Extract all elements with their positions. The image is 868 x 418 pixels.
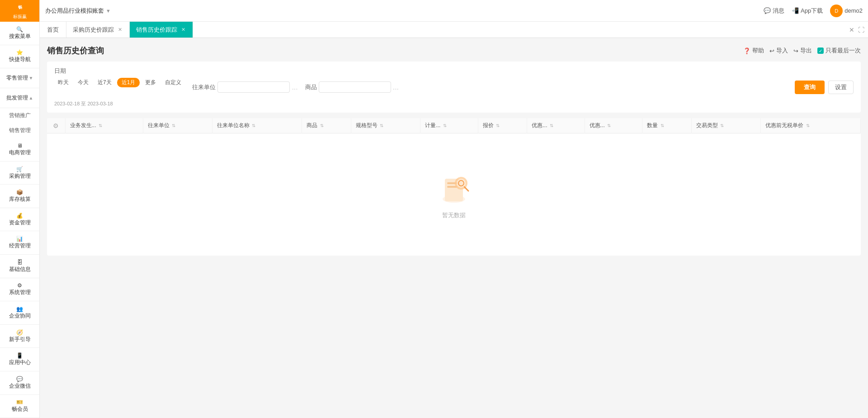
table-settings-icon[interactable]: ⚙ <box>53 122 59 129</box>
th-quote[interactable]: 报价 ⇅ <box>478 118 527 133</box>
tab-purchase-close-button[interactable]: ✕ <box>117 27 123 33</box>
sidebar-item-ecommerce[interactable]: 🖥 电商管理 <box>0 138 39 162</box>
tab-purchase-history-label: 采购历史价跟踪 <box>73 26 114 34</box>
sidebar-item-wechat[interactable]: 💬 企业微信 <box>0 371 39 395</box>
app-download-label: App下载 <box>801 7 823 15</box>
sidebar-item-ecommerce-label: 电商管理 <box>9 149 31 157</box>
th-biz-date[interactable]: 业务发生... ⇅ <box>65 118 143 133</box>
sort-icon: ⇅ <box>252 123 255 128</box>
partner-input[interactable] <box>217 81 290 93</box>
dropdown-icon[interactable]: ▼ <box>106 8 111 14</box>
sidebar-item-wholesale[interactable]: 批发管理 ▲ <box>0 88 39 108</box>
sidebar-item-search[interactable]: 🔍 搜索菜单 <box>0 22 39 45</box>
sidebar-item-sales-label: 销售管理 <box>9 127 31 134</box>
th-quantity[interactable]: 数量 ⇅ <box>642 118 692 133</box>
tab-purchase-history[interactable]: 采购历史价跟踪 ✕ <box>66 22 130 38</box>
th-partner-code[interactable]: 往来单位 ⇅ <box>143 118 212 133</box>
query-button[interactable]: 查询 <box>795 81 825 94</box>
import-label: 导入 <box>776 47 788 55</box>
empty-state-icon <box>436 170 472 206</box>
tab-sales-history[interactable]: 销售历史价跟踪 ✕ <box>130 22 193 38</box>
bar-chart-icon: 📊 <box>16 236 23 242</box>
sidebar-item-basic[interactable]: 🗄 基础信息 <box>0 255 39 278</box>
th-unit[interactable]: 计量... ⇅ <box>420 118 478 133</box>
sidebar-item-quicknav[interactable]: ⭐ 快捷导航 <box>0 45 39 69</box>
main-area: 办公用品行业模拟账套 ▼ 💬 消息 📲 App下载 D demo2 首页 <box>40 0 868 418</box>
sidebar-item-marketing[interactable]: 营销推广 <box>0 108 39 123</box>
product-picker-button[interactable]: ... <box>393 83 399 91</box>
page-content: 销售历史价查询 ❓ 帮助 ↩ 导入 ↪ 导出 ✓ 只看最后一次 <box>40 38 868 418</box>
th-discount1[interactable]: 优惠... ⇅ <box>527 118 585 133</box>
sidebar-item-marketing-label: 营销推广 <box>9 112 31 119</box>
sidebar-item-retail[interactable]: 零售管理 ▼ <box>0 68 39 88</box>
sidebar-item-operations[interactable]: 📊 经营管理 <box>0 231 39 255</box>
th-spec[interactable]: 规格型号 ⇅ <box>351 118 420 133</box>
sort-icon: ⇅ <box>550 123 553 128</box>
th-partner-name[interactable]: 往来单位名称 ⇅ <box>212 118 302 133</box>
sidebar-item-purchase[interactable]: 🛒 采购管理 <box>0 162 39 185</box>
th-trade-type[interactable]: 交易类型 ⇅ <box>691 118 760 133</box>
sidebar-item-inventory[interactable]: 📦 库存核算 <box>0 185 39 208</box>
export-label: 导出 <box>800 47 812 55</box>
app-logo: 畅 标振赢 <box>0 0 39 22</box>
avatar: D <box>830 5 843 17</box>
date-option-yesterday[interactable]: 昨天 <box>54 78 72 87</box>
close-all-tabs-button[interactable]: ✕ <box>849 26 854 33</box>
sidebar-item-newbie[interactable]: 🧭 新手引导 <box>0 325 39 348</box>
sidebar-item-quicknav-label: 快捷导航 <box>9 56 31 63</box>
user-menu-button[interactable]: D demo2 <box>830 5 863 17</box>
sidebar-item-corp[interactable]: 👥 企业协同 <box>0 301 39 325</box>
import-button[interactable]: ↩ 导入 <box>769 47 788 55</box>
sidebar-item-system[interactable]: ⚙ 系统管理 <box>0 278 39 302</box>
sidebar-item-sales[interactable]: 销售管理 <box>0 123 39 138</box>
money-icon: 💰 <box>16 213 23 219</box>
empty-state: 暂无数据 <box>47 133 861 256</box>
th-product[interactable]: 商品 ⇅ <box>302 118 351 133</box>
chevron-up-icon: ▲ <box>29 95 33 100</box>
date-option-today[interactable]: 今天 <box>74 78 92 87</box>
app-title: 办公用品行业模拟账套 <box>45 7 104 15</box>
topbar: 办公用品行业模拟账套 ▼ 💬 消息 📲 App下载 D demo2 <box>40 0 868 22</box>
th-discount2[interactable]: 优惠... ⇅ <box>585 118 642 133</box>
partner-picker-button[interactable]: ... <box>292 83 297 91</box>
tab-home[interactable]: 首页 <box>40 22 66 38</box>
product-input[interactable] <box>319 81 391 93</box>
export-button[interactable]: ↪ 导出 <box>793 47 812 55</box>
only-last-checkbox[interactable]: ✓ 只看最后一次 <box>817 47 861 55</box>
table-container: ⚙ 业务发生... ⇅ 往来单位 ⇅ 往来单位名称 ⇅ <box>47 118 861 256</box>
sidebar-item-apps-label: 应用中心 <box>9 359 31 366</box>
sort-icon: ⇅ <box>806 123 810 128</box>
messages-label: 消息 <box>773 7 784 15</box>
date-filter-group: 日期 昨天 今天 近7天 近1月 更多 自定义 2023-02-18 至 202… <box>54 67 185 107</box>
team-icon: 👥 <box>16 306 23 312</box>
search-icon: 🔍 <box>16 26 23 33</box>
member-icon: 🎫 <box>16 399 23 405</box>
messages-button[interactable]: 💬 消息 <box>764 7 784 15</box>
settings-button[interactable]: 设置 <box>828 81 854 94</box>
date-option-custom[interactable]: 自定义 <box>161 78 185 87</box>
table-header-row: ⚙ 业务发生... ⇅ 往来单位 ⇅ 往来单位名称 ⇅ <box>47 118 861 133</box>
maximize-button[interactable]: ⛶ <box>858 26 864 33</box>
sort-icon: ⇅ <box>172 123 175 128</box>
partner-filter-label: 往来单位 <box>192 83 216 91</box>
sort-icon: ⇅ <box>99 123 102 128</box>
date-option-last7[interactable]: 近7天 <box>94 78 115 87</box>
page-actions: ❓ 帮助 ↩ 导入 ↪ 导出 ✓ 只看最后一次 <box>743 47 861 55</box>
sort-icon: ⇅ <box>660 123 664 128</box>
date-option-more[interactable]: 更多 <box>142 78 160 87</box>
tab-sales-close-button[interactable]: ✕ <box>180 27 186 33</box>
app-download-button[interactable]: 📲 App下载 <box>792 7 823 15</box>
sort-icon: ⇅ <box>320 123 324 128</box>
sidebar-item-apps[interactable]: 📱 应用中心 <box>0 348 39 371</box>
help-button[interactable]: ❓ 帮助 <box>743 47 764 55</box>
sidebar-item-corp-label: 企业协同 <box>9 312 31 320</box>
warehouse-icon: 📦 <box>16 189 23 195</box>
sidebar-item-finance[interactable]: 💰 资金管理 <box>0 208 39 232</box>
app-logo-text: 标振赢 <box>13 14 27 20</box>
date-option-last1m[interactable]: 近1月 <box>117 78 140 87</box>
date-filter-label: 日期 <box>54 67 66 75</box>
th-pretax-price[interactable]: 优惠前无税单价 ⇅ <box>761 118 861 133</box>
logo-icon: 畅 <box>14 2 26 13</box>
sidebar-item-member[interactable]: 🎫 畅会员 <box>0 395 39 418</box>
date-options: 昨天 今天 近7天 近1月 更多 自定义 <box>54 78 185 87</box>
